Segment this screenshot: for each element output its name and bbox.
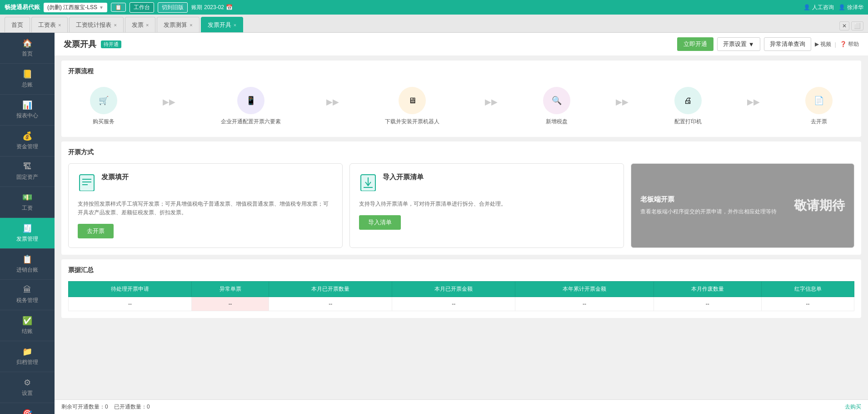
period-label: 账期	[191, 4, 202, 11]
dropdown-arrow-icon: ▼	[748, 41, 754, 48]
summary-header-4: 本年累计开票金额	[515, 282, 653, 297]
page-header-actions: 立即开通 开票设置 ▼ 异常清单查询 ▶ 视频 | ❓ 帮助	[677, 37, 859, 51]
summary-cell-1: --	[191, 297, 269, 311]
flow-step-4: 🔍 新增税盘	[543, 87, 570, 126]
tab-invoice[interactable]: 发票 ×	[125, 17, 155, 32]
company-selector[interactable]: (勿删) 江西服宝-LSS ▼	[44, 3, 107, 12]
tab-bar: 首页 工资表 × 工资统计报表 × 发票 × 发票测算 × 发票开具 × ✕ ⬜	[0, 15, 868, 33]
switch-old-button[interactable]: 切到旧版	[158, 2, 188, 13]
top-bar-left: 畅捷通易代账 (勿删) 江西服宝-LSS ▼ 📋 工作台 切到旧版 账期 202…	[5, 2, 233, 13]
help-button[interactable]: ❓ 帮助	[840, 40, 859, 48]
go-issue-button[interactable]: 去开票	[78, 224, 114, 238]
tab-payroll[interactable]: 工资表 ×	[31, 17, 68, 32]
video-button[interactable]: ▶ 视频	[815, 40, 831, 48]
summary-cell-0: --	[69, 297, 192, 311]
tab-payroll-close[interactable]: ×	[58, 22, 61, 28]
sidebar-checkout-label: 结账	[22, 328, 33, 335]
main-layout: 🏠 首页 📒 总账 📊 报表中心 💰 资金管理 🏗 固定资产 💵 工资 🧾 发票…	[0, 33, 868, 414]
sidebar-purchase-label: 进销台账	[16, 266, 38, 274]
sidebar-ledger-label: 总账	[22, 81, 33, 89]
abnormal-query-button[interactable]: 异常清单查询	[764, 37, 811, 51]
flow-step-2-icon: 📱	[237, 87, 264, 114]
buy-link[interactable]: 去购买	[845, 403, 861, 411]
sidebar-item-home[interactable]: 🏠 首页	[0, 33, 55, 64]
app-logo: 畅捷通易代账	[5, 3, 40, 11]
period-selector[interactable]: 账期 2023-02 📅	[191, 4, 233, 11]
tab-invoice-calc-close[interactable]: ×	[190, 22, 192, 28]
summary-cell-2: --	[269, 297, 392, 311]
flow-step-1: 🛒 购买服务	[90, 87, 117, 126]
tab-payroll-report[interactable]: 工资统计报表 ×	[69, 17, 123, 32]
tab-payroll-report-close[interactable]: ×	[114, 22, 116, 28]
flow-step-2-label: 企业开通配置开票六要素	[221, 118, 281, 126]
restore-tab-btn[interactable]: ⬜	[851, 21, 863, 30]
tab-invoice-calc-label: 发票测算	[164, 21, 187, 29]
sidebar-item-tax[interactable]: 🏛 税务管理	[0, 280, 55, 310]
assets-icon: 🏗	[23, 162, 31, 172]
sidebar-item-archive[interactable]: 📁 归档管理	[0, 341, 55, 372]
copy-button[interactable]: 📋	[111, 3, 126, 12]
sidebar-assets-label: 固定资产	[16, 173, 38, 181]
help-label: 帮助	[848, 40, 859, 48]
sidebar-item-purchase[interactable]: 📋 进销台账	[0, 249, 55, 280]
company-name: (勿删) 江西服宝-LSS	[47, 4, 97, 11]
ledger-icon: 📒	[22, 69, 32, 79]
tab-invoice-issue-close[interactable]: ×	[234, 22, 236, 28]
close-tab-btn[interactable]: ✕	[839, 21, 849, 30]
checkout-icon: ✅	[22, 316, 32, 326]
open-now-button[interactable]: 立即开通	[677, 37, 713, 51]
method-card-import-text: 导入开票清单	[383, 173, 424, 183]
top-bar: 畅捷通易代账 (勿删) 江西服宝-LSS ▼ 📋 工作台 切到旧版 账期 202…	[0, 0, 868, 15]
sidebar-invoice-label: 发票管理	[16, 235, 38, 243]
flow-steps: 🛒 购买服务 ▶▶ 📱 企业开通配置开票六要素 ▶▶ 🖥 下载并安装	[68, 82, 854, 130]
sidebar-reports-label: 报表中心	[16, 112, 38, 120]
tab-invoice-issue[interactable]: 发票开具 ×	[201, 17, 243, 32]
import-list-button[interactable]: 导入清单	[359, 215, 401, 230]
summary-section: 票据汇总 待处理开票申请 异常单票 本月已开票数量 本月已开票金额 本年累计开票…	[61, 259, 861, 318]
method-card-manual-desc: 支持按照发票样式手工填写开发票；可开具增值税电子普通发票、增值税普通发票、增值税…	[78, 200, 333, 217]
sidebar-item-assets[interactable]: 🏗 固定资产	[0, 157, 55, 187]
tab-home[interactable]: 首页	[5, 17, 30, 32]
flow-arrow-1: ▶▶	[160, 97, 178, 107]
open-settings-button[interactable]: 开票设置 ▼	[717, 37, 760, 51]
method-card-import-desc: 支持导入待开票清单，可对待开票清单进行拆分、合并处理。	[359, 200, 614, 208]
method-card-manual-icon	[78, 173, 96, 194]
flow-step-3-label: 下载并安装开票机器人	[385, 118, 439, 126]
page-title: 发票开具	[64, 39, 96, 50]
summary-cell-5: --	[653, 297, 761, 311]
sidebar-item-reports[interactable]: 📊 报表中心	[0, 95, 55, 126]
flow-title: 开票流程	[68, 67, 854, 76]
calendar-icon: 📅	[226, 4, 233, 10]
flow-step-5-label: 配置打印机	[674, 118, 702, 126]
company-dropdown-arrow: ▼	[99, 5, 104, 10]
flow-arrow-3: ▶▶	[483, 97, 500, 107]
method-card-manual: 发票填开 支持按照发票样式手工填写开发票；可开具增值税电子普通发票、增值税普通发…	[68, 163, 343, 248]
purchase-icon: 📋	[22, 254, 32, 264]
video-icon: ▶	[815, 41, 819, 47]
home-icon: 🏠	[22, 38, 32, 48]
period-value: 2023-02	[204, 4, 224, 10]
summary-cell-6: --	[762, 297, 854, 311]
sidebar-item-invoice[interactable]: 🧾 发票管理	[0, 218, 55, 249]
flow-step-2: 📱 企业开通配置开票六要素	[221, 87, 281, 126]
guide-icon: 🎯	[22, 409, 32, 414]
tab-invoice-close[interactable]: ×	[146, 22, 149, 28]
workspace-button[interactable]: 工作台	[130, 2, 154, 13]
user-info[interactable]: 👤 徐泽华	[838, 4, 863, 11]
tab-payroll-report-label: 工资统计报表	[76, 21, 111, 29]
support-link[interactable]: 👤 人工咨询	[803, 4, 834, 11]
status-badge: 待开通	[101, 40, 121, 48]
flow-step-6: 📄 去开票	[805, 87, 833, 126]
summary-title: 票据汇总	[68, 266, 854, 274]
sidebar-item-guide[interactable]: 🎯 新手引导	[0, 403, 55, 414]
flow-arrow-2: ▶▶	[324, 97, 341, 107]
sidebar-item-ledger[interactable]: 📒 总账	[0, 64, 55, 95]
invoice-icon: 🧾	[22, 223, 32, 233]
sidebar-item-settings[interactable]: ⚙ 设置	[0, 372, 55, 403]
sidebar-item-funds[interactable]: 💰 资金管理	[0, 126, 55, 157]
method-card-manual-title: 发票填开	[101, 173, 129, 182]
sidebar-item-payroll[interactable]: 💵 工资	[0, 187, 55, 218]
sidebar-item-checkout[interactable]: ✅ 结账	[0, 310, 55, 341]
tab-invoice-calc[interactable]: 发票测算 ×	[157, 17, 199, 32]
help-icon: ❓	[840, 41, 847, 47]
